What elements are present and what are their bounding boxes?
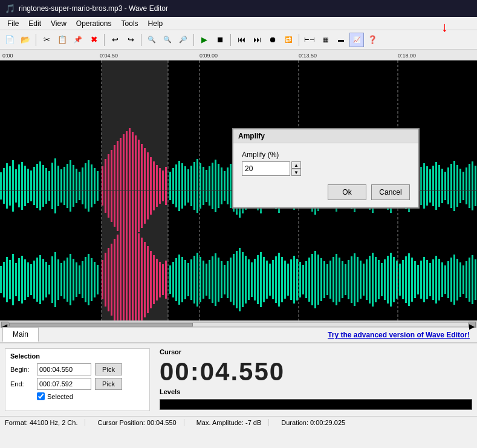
- tab-main[interactable]: Main: [2, 327, 39, 342]
- svg-rect-17: [45, 168, 47, 204]
- menu-view[interactable]: View: [46, 18, 71, 29]
- waveform-area[interactable]: Amplify Amplify (%) ▲ ▼ Ok Cancel: [0, 60, 477, 320]
- begin-pick-button[interactable]: Pick: [95, 363, 122, 375]
- copy-button[interactable]: 📋: [55, 33, 70, 47]
- undo-button[interactable]: ↩: [108, 33, 122, 47]
- svg-rect-56: [165, 167, 167, 205]
- menu-tools[interactable]: Tools: [117, 18, 143, 29]
- svg-rect-57: [169, 172, 171, 200]
- svg-rect-50: [147, 152, 149, 219]
- normalize-button[interactable]: ▦: [318, 33, 333, 47]
- svg-rect-76: [227, 167, 229, 204]
- svg-rect-182: [67, 258, 68, 302]
- amplify-ok-button[interactable]: Ok: [328, 184, 366, 200]
- spin-down-button[interactable]: ▼: [291, 169, 301, 176]
- svg-rect-47: [138, 140, 140, 232]
- svg-rect-24: [67, 164, 68, 208]
- cursor-levels-panel: Cursor 00:04.550 Levels: [160, 348, 472, 411]
- svg-rect-196: [111, 244, 112, 316]
- record-button[interactable]: ⏺: [265, 33, 280, 47]
- amplify-toolbar-button[interactable]: 📈: [349, 33, 364, 47]
- amplify-cancel-button[interactable]: Cancel: [371, 184, 410, 200]
- svg-rect-156: [469, 164, 470, 208]
- scroll-left-button[interactable]: ◀: [1, 322, 8, 328]
- svg-rect-74: [221, 167, 222, 204]
- scroll-thumb[interactable]: [9, 323, 193, 326]
- amplify-value-input[interactable]: [242, 161, 290, 176]
- menu-file[interactable]: File: [2, 18, 24, 29]
- advanced-version-link[interactable]: Try the advanced version of Wave Editor!: [328, 331, 470, 339]
- svg-rect-243: [254, 259, 256, 300]
- svg-rect-292: [402, 260, 404, 299]
- svg-rect-208: [147, 246, 149, 313]
- svg-rect-158: [475, 166, 476, 206]
- svg-rect-149: [447, 167, 449, 204]
- svg-rect-9: [21, 162, 23, 210]
- svg-rect-28: [79, 172, 80, 200]
- svg-rect-15: [39, 161, 41, 210]
- amplify-spinner[interactable]: ▲ ▼: [291, 161, 301, 176]
- zoom-in-button[interactable]: 🔍: [144, 33, 159, 47]
- open-button[interactable]: 📂: [18, 33, 33, 47]
- begin-input[interactable]: [37, 363, 91, 375]
- silence-button[interactable]: ▬: [334, 33, 348, 47]
- svg-rect-77: [230, 164, 232, 208]
- svg-rect-220: [184, 260, 186, 299]
- svg-rect-164: [12, 254, 14, 305]
- delete-button[interactable]: ✖: [86, 33, 101, 47]
- menu-edit[interactable]: Edit: [24, 18, 46, 29]
- svg-rect-316: [475, 259, 476, 300]
- play-button[interactable]: ▶: [197, 33, 212, 47]
- paste-button[interactable]: 📌: [71, 33, 85, 47]
- scroll-right-button[interactable]: ▶: [469, 322, 476, 328]
- svg-rect-242: [251, 262, 253, 297]
- svg-rect-253: [284, 261, 286, 299]
- svg-rect-150: [450, 164, 452, 208]
- svg-rect-187: [82, 261, 83, 298]
- new-button[interactable]: 📄: [2, 33, 17, 47]
- menu-operations[interactable]: Operations: [71, 18, 117, 29]
- svg-rect-178: [54, 252, 56, 307]
- svg-rect-41: [120, 138, 122, 234]
- help-button[interactable]: ❓: [365, 33, 380, 47]
- svg-rect-307: [447, 261, 449, 298]
- trim-button[interactable]: ⊢⊣: [302, 33, 317, 47]
- svg-rect-146: [438, 165, 440, 207]
- time-mark-1: 0:04.50: [100, 53, 118, 59]
- stop-button[interactable]: ⏹: [213, 33, 227, 47]
- svg-rect-145: [435, 162, 437, 210]
- svg-rect-8: [18, 164, 20, 207]
- loop-button[interactable]: 🔁: [281, 33, 296, 47]
- svg-rect-219: [181, 257, 183, 302]
- time-mark-3: 0:13.50: [299, 53, 317, 59]
- cut-button[interactable]: ✂: [39, 33, 54, 47]
- end-pick-button[interactable]: Pick: [95, 378, 122, 390]
- svg-rect-206: [141, 238, 143, 320]
- spin-up-button[interactable]: ▲: [291, 161, 301, 169]
- svg-rect-263: [314, 251, 316, 308]
- horizontal-scrollbar[interactable]: ◀ ▶: [0, 320, 477, 328]
- svg-rect-256: [293, 256, 295, 304]
- svg-rect-257: [296, 259, 298, 300]
- skip-back-button[interactable]: ⏮: [234, 33, 248, 47]
- redo-button[interactable]: ↪: [123, 33, 138, 47]
- svg-rect-188: [85, 257, 86, 302]
- end-input[interactable]: [37, 378, 91, 390]
- menu-help[interactable]: Help: [143, 18, 168, 29]
- svg-rect-61: [181, 163, 183, 209]
- svg-rect-277: [357, 257, 359, 302]
- svg-rect-184: [73, 259, 74, 300]
- selected-checkbox[interactable]: [37, 392, 45, 400]
- svg-rect-32: [91, 164, 92, 207]
- zoom-fit-button[interactable]: 🔎: [176, 33, 190, 47]
- zoom-out-button[interactable]: 🔍: [160, 33, 175, 47]
- svg-rect-142: [426, 166, 428, 206]
- svg-rect-30: [85, 163, 86, 209]
- svg-rect-66: [196, 159, 198, 213]
- svg-rect-273: [345, 264, 346, 295]
- svg-rect-171: [33, 261, 35, 299]
- svg-rect-48: [141, 144, 143, 228]
- svg-rect-287: [387, 256, 389, 304]
- svg-rect-203: [132, 226, 134, 320]
- skip-forward-button[interactable]: ⏭: [250, 33, 264, 47]
